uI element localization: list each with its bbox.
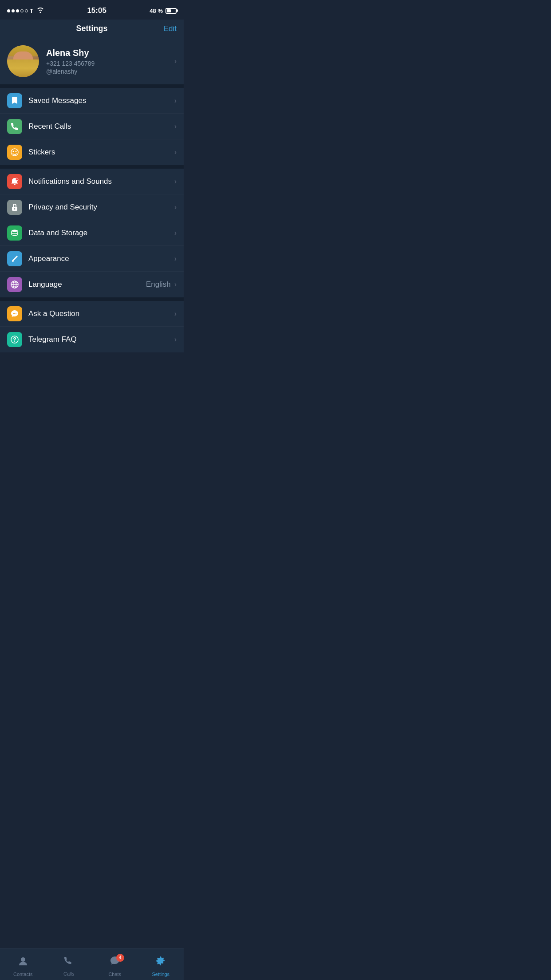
language-value: English: [146, 280, 171, 289]
sticker-icon: [7, 145, 22, 160]
privacy-chevron: ›: [174, 203, 177, 211]
stickers-chevron: ›: [174, 148, 177, 156]
signal-dot-4: [20, 9, 24, 12]
notifications-label: Notifications and Sounds: [28, 177, 174, 186]
svg-point-6: [12, 229, 18, 232]
bookmark-icon: [7, 93, 22, 108]
brush-icon: [7, 251, 22, 266]
signal-dot-2: [12, 9, 15, 12]
svg-point-2: [16, 151, 17, 152]
profile-phone: +321 123 456789: [46, 60, 167, 67]
section-divider-3: [0, 297, 184, 301]
edit-button[interactable]: Edit: [164, 24, 177, 33]
profile-name: Alena Shy: [46, 48, 167, 58]
phone-icon: [7, 119, 22, 134]
telegram-faq-chevron: ›: [174, 336, 177, 344]
recent-calls-item[interactable]: Recent Calls ›: [0, 114, 184, 139]
recent-calls-chevron: ›: [174, 122, 177, 130]
data-storage-item[interactable]: Data and Storage ›: [0, 220, 184, 246]
ask-question-item[interactable]: Ask a Question ›: [0, 301, 184, 327]
privacy-label: Privacy and Security: [28, 203, 174, 212]
page-title: Settings: [76, 24, 107, 33]
profile-section[interactable]: Alena Shy +321 123 456789 @alenashy ›: [0, 38, 184, 84]
signal-dot-5: [25, 9, 28, 12]
lock-icon: [7, 200, 22, 215]
profile-info: Alena Shy +321 123 456789 @alenashy: [46, 48, 167, 75]
chat-icon: [7, 306, 22, 321]
ask-question-chevron: ›: [174, 310, 177, 318]
status-right: 48 %: [150, 8, 177, 14]
avatar-image: [7, 45, 39, 77]
language-label: Language: [28, 280, 146, 289]
svg-point-3: [16, 178, 18, 181]
data-storage-label: Data and Storage: [28, 229, 174, 237]
appearance-chevron: ›: [174, 255, 177, 263]
saved-messages-item[interactable]: Saved Messages ›: [0, 88, 184, 114]
section-divider-2: [0, 165, 184, 169]
battery-body: [165, 8, 177, 14]
saved-messages-chevron: ›: [174, 97, 177, 105]
question-icon: [7, 332, 22, 347]
telegram-faq-label: Telegram FAQ: [28, 335, 174, 344]
ask-question-label: Ask a Question: [28, 309, 174, 318]
svg-point-16: [14, 341, 15, 342]
bell-icon: [7, 174, 22, 189]
svg-point-5: [14, 208, 16, 209]
appearance-item[interactable]: Appearance ›: [0, 246, 184, 272]
battery-percentage: 48 %: [150, 8, 163, 14]
menu-section-3: Ask a Question › Telegram FAQ ›: [0, 301, 184, 352]
avatar: [7, 45, 39, 77]
menu-section-2: Notifications and Sounds › Privacy and S…: [0, 169, 184, 297]
svg-point-1: [13, 151, 14, 152]
privacy-item[interactable]: Privacy and Security ›: [0, 194, 184, 220]
battery-fill: [167, 9, 171, 12]
svg-point-12: [13, 313, 14, 314]
wifi-icon: [37, 7, 44, 14]
status-left: T: [7, 7, 44, 14]
svg-point-13: [14, 313, 15, 314]
battery-indicator: [165, 8, 177, 14]
status-time: 15:05: [87, 6, 106, 15]
scroll-content: Alena Shy +321 123 456789 @alenashy › Sa…: [0, 38, 184, 388]
status-bar: T 15:05 48 %: [0, 0, 184, 20]
carrier-label: T: [30, 8, 33, 14]
stickers-item[interactable]: Stickers ›: [0, 139, 184, 165]
menu-section-1: Saved Messages › Recent Calls › Sti: [0, 88, 184, 165]
notifications-item[interactable]: Notifications and Sounds ›: [0, 169, 184, 194]
section-divider-1: [0, 84, 184, 88]
recent-calls-label: Recent Calls: [28, 122, 174, 131]
saved-messages-label: Saved Messages: [28, 96, 174, 105]
language-item[interactable]: Language English ›: [0, 272, 184, 297]
profile-username: @alenashy: [46, 68, 167, 75]
notifications-chevron: ›: [174, 178, 177, 186]
signal-dots: [7, 9, 28, 12]
svg-point-14: [16, 313, 16, 314]
signal-dot-3: [16, 9, 19, 12]
telegram-faq-item[interactable]: Telegram FAQ ›: [0, 327, 184, 352]
language-chevron: ›: [174, 281, 177, 288]
database-icon: [7, 225, 22, 241]
data-storage-chevron: ›: [174, 229, 177, 237]
nav-bar: Settings Edit: [0, 20, 184, 38]
appearance-label: Appearance: [28, 254, 174, 263]
globe-icon: [7, 277, 22, 292]
stickers-label: Stickers: [28, 148, 174, 157]
profile-chevron: ›: [174, 57, 177, 65]
signal-dot-1: [7, 9, 10, 12]
